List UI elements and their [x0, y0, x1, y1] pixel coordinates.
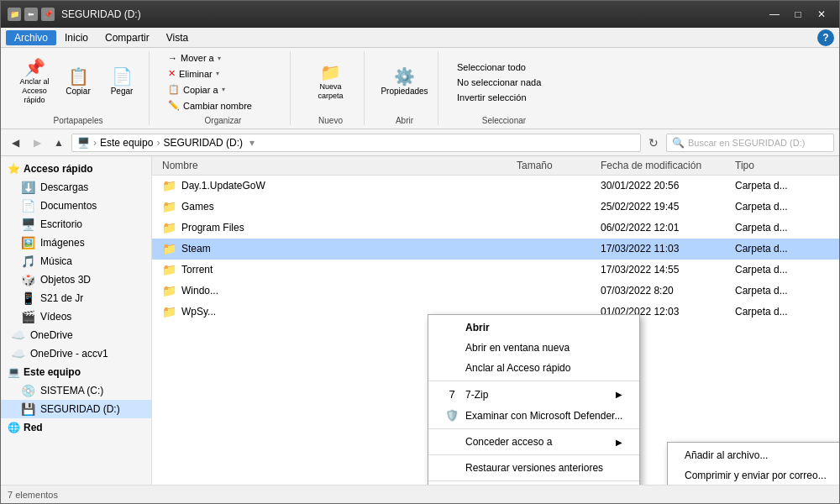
- file-games-name: 📁Games: [159, 198, 513, 215]
- ribbon-portapapeles-buttons: 📌 Anclar alAcceso rápido 📋 Copiar 📄 Pega…: [14, 51, 142, 113]
- move-icon: →: [168, 53, 177, 63]
- sidebar-item-escritorio[interactable]: 🖥️ Escritorio: [1, 215, 151, 234]
- computer2-icon: 💻: [8, 366, 20, 378]
- sidebar-item-sistema-c[interactable]: 💿 SISTEMA (C:): [1, 381, 151, 400]
- seleccionar-todo-button[interactable]: Seleccionar todo: [452, 60, 556, 74]
- close-button[interactable]: ✕: [811, 6, 832, 23]
- ribbon: 📌 Anclar alAcceso rápido 📋 Copiar 📄 Pega…: [1, 48, 839, 129]
- copiar-a-label: Copiar a: [183, 85, 218, 95]
- propiedades-label: Propiedades: [381, 87, 428, 97]
- ribbon-group-organizar: → Mover a ▾ ✕ Eliminar ▾ 📋 Copiar a ▾ ✏️…: [156, 51, 291, 125]
- sidebar-item-videos[interactable]: 🎬 Vídeos: [1, 307, 151, 326]
- address-seguridad: SEGURIDAD (D:): [163, 137, 243, 149]
- file-row-windo[interactable]: 📁Windo... 07/03/2022 8:20 Carpeta d...: [152, 281, 839, 302]
- sidebar-item-objetos3d[interactable]: 🎲 Objetos 3D: [1, 270, 151, 289]
- file-pf-name: 📁Program Files: [159, 219, 513, 236]
- sidebar-item-s21[interactable]: 📱 S21 de Jr: [1, 289, 151, 307]
- file-row-programfiles[interactable]: 📁Program Files 06/02/2022 12:01 Carpeta …: [152, 218, 839, 239]
- menu-archivo[interactable]: Archivo: [6, 30, 56, 45]
- download-icon: ⬇️: [21, 181, 35, 194]
- sidebar-item-onedrive[interactable]: ☁️ OneDrive: [1, 326, 151, 344]
- sidebar-item-onedrive-accv1[interactable]: ☁️ OneDrive - accv1: [1, 344, 151, 363]
- refresh-button[interactable]: ↻: [644, 134, 663, 152]
- images-icon: 🖼️: [21, 236, 35, 249]
- drive-c-icon: 💿: [21, 384, 35, 397]
- sidebar-item-documentos[interactable]: 📄 Documentos: [1, 197, 151, 215]
- sidebar-item-musica[interactable]: 🎵 Música: [1, 252, 151, 270]
- ribbon-pegar-button[interactable]: 📄 Pegar: [102, 65, 142, 100]
- ribbon-copiar-button[interactable]: 📋 Copiar: [58, 65, 98, 100]
- titlebar-controls: — □ ✕: [764, 6, 832, 23]
- cm-conceder-label: Conceder acceso a: [465, 436, 552, 448]
- up-button[interactable]: ▲: [50, 134, 68, 152]
- abrir-label: Abrir: [396, 113, 413, 125]
- col-tipo[interactable]: Tipo: [732, 158, 832, 173]
- eliminar-button[interactable]: ✕ Eliminar ▾: [163, 66, 283, 81]
- sidebar-onedrive-accv1-label: OneDrive - accv1: [30, 348, 108, 360]
- menu-compartir[interactable]: Compartir: [97, 30, 158, 45]
- cambiar-nombre-button[interactable]: ✏️ Cambiar nombre: [163, 98, 283, 113]
- nav-titlebar-icon: ⬅: [24, 8, 38, 21]
- sidebar-red-header[interactable]: 🌐 Red: [1, 418, 151, 437]
- sidebar-este-equipo-header[interactable]: 💻 Este equipo: [1, 363, 151, 381]
- search-bar[interactable]: 🔍 Buscar en SEGURIDAD (D:): [666, 134, 834, 152]
- col-fecha[interactable]: Fecha de modificación: [597, 158, 732, 173]
- menu-inicio[interactable]: Inicio: [56, 30, 97, 45]
- sidebar-descargas-label: Descargas: [40, 181, 88, 193]
- file-row-day1[interactable]: 📁Day.1.UpdateGoW 30/01/2022 20:56 Carpet…: [152, 176, 839, 197]
- cm-conceder[interactable]: Conceder acceso a ▶: [428, 432, 639, 452]
- sidebar-videos-label: Vídeos: [40, 311, 71, 323]
- file-row-steam[interactable]: 📁Steam 17/03/2022 11:03 Carpeta d...: [152, 239, 839, 260]
- mover-a-button[interactable]: → Mover a ▾: [163, 51, 283, 65]
- sub-comprimir-correo[interactable]: Comprimir y enviar por correo...: [668, 465, 839, 485]
- sidebar-imagenes-label: Imágenes: [40, 237, 85, 249]
- explorer-window: 📁 ⬅ 📌 SEGURIDAD (D:) — □ ✕ Archivo Inici…: [0, 0, 840, 504]
- cm-anclar[interactable]: Anclar al Acceso rápido: [428, 358, 639, 378]
- invertir-button[interactable]: Invertir selección: [452, 91, 556, 104]
- no-seleccionar-button[interactable]: No seleccionar nada: [452, 76, 556, 89]
- sidebar-onedrive-label: OneDrive: [30, 329, 73, 341]
- address-bar[interactable]: 🖥️ › Este equipo › SEGURIDAD (D:) ▾: [71, 134, 641, 152]
- sidebar-musica-label: Música: [40, 255, 72, 267]
- file-wpsy-size: [513, 310, 597, 313]
- cm-7zip[interactable]: 7 7-Zip ▶: [428, 384, 639, 405]
- file-windo-name: 📁Windo...: [159, 282, 513, 299]
- sidebar-item-seguridad-d[interactable]: 💾 SEGURIDAD (D:): [1, 400, 151, 418]
- nueva-carpeta-button[interactable]: 📁 Nuevacarpeta: [311, 60, 351, 104]
- cm-abrir-ventana[interactable]: Abrir en ventana nueva: [428, 338, 639, 358]
- pin-titlebar-icon: 📌: [41, 8, 55, 21]
- forward-button[interactable]: ▶: [28, 134, 46, 152]
- cm-sep3: [428, 454, 639, 455]
- back-button[interactable]: ◀: [6, 134, 24, 152]
- sub-anadir-archivo[interactable]: Añadir al archivo...: [668, 445, 839, 465]
- propiedades-button[interactable]: ⚙️ Propiedades: [385, 65, 425, 100]
- copiar-label: Copiar: [66, 87, 90, 97]
- sidebar-acceso-rapido-header[interactable]: ⭐ Acceso rápido: [1, 160, 151, 178]
- cm-abrir-label: Abrir: [465, 322, 490, 333]
- cm-incluir[interactable]: Incluir en biblioteca ▶: [428, 484, 639, 485]
- maximize-button[interactable]: □: [787, 6, 809, 23]
- invertir-label: Invertir selección: [457, 92, 527, 102]
- ribbon-group-seleccionar: Seleccionar todo No seleccionar nada Inv…: [445, 51, 563, 125]
- nuevo-buttons: 📁 Nuevacarpeta: [311, 51, 351, 113]
- folder-torrent-icon: 📁: [162, 263, 176, 276]
- file-row-torrent[interactable]: 📁Torrent 17/03/2022 14:55 Carpeta d...: [152, 260, 839, 281]
- col-tamanio[interactable]: Tamaño: [513, 158, 597, 173]
- sidebar-escritorio-label: Escritorio: [40, 218, 82, 230]
- sidebar-item-descargas[interactable]: ⬇️ Descargas: [1, 178, 151, 197]
- cm-defender[interactable]: 🛡️ Examinar con Microsoft Defender...: [428, 405, 639, 426]
- file-row-games[interactable]: 📁Games 25/02/2022 19:45 Carpeta d...: [152, 197, 839, 218]
- folder-wpsy-icon: 📁: [162, 305, 176, 318]
- cm-abrir[interactable]: Abrir: [428, 318, 639, 338]
- copiar-a-button[interactable]: 📋 Copiar a ▾: [163, 82, 283, 97]
- ribbon-anclar-button[interactable]: 📌 Anclar alAcceso rápido: [14, 55, 55, 108]
- minimize-button[interactable]: —: [764, 6, 785, 23]
- menu-vista[interactable]: Vista: [158, 30, 197, 45]
- cm-restaurar[interactable]: Restaurar versiones anteriores: [428, 458, 639, 478]
- cambiar-nombre-label: Cambiar nombre: [183, 101, 252, 111]
- file-pf-size: [513, 226, 597, 229]
- copiar-a-arrow: ▾: [222, 86, 225, 93]
- col-nombre[interactable]: Nombre: [159, 158, 513, 173]
- help-button[interactable]: ?: [817, 29, 834, 46]
- sidebar-item-imagenes[interactable]: 🖼️ Imágenes: [1, 234, 151, 252]
